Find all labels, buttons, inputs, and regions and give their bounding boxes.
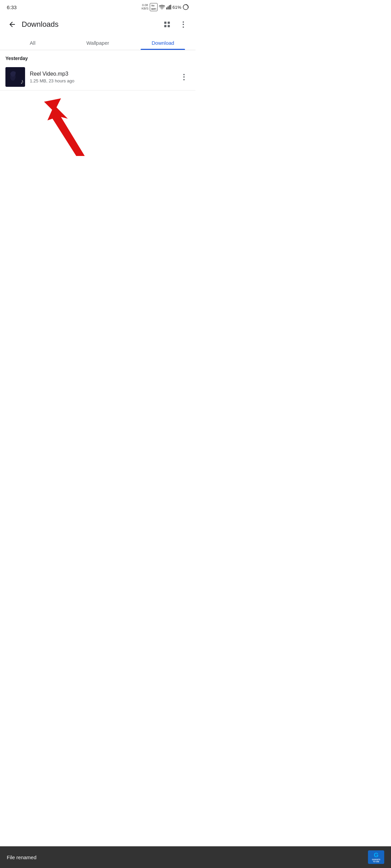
tab-wallpaper[interactable]: Wallpaper bbox=[65, 35, 130, 50]
page-title: Downloads bbox=[22, 20, 160, 29]
file-item[interactable]: ♪ Reel Video.mp3 1.25 MB, 23 hours ago bbox=[0, 64, 196, 91]
grid-icon bbox=[163, 21, 171, 28]
status-time: 6:33 bbox=[7, 4, 17, 10]
more-options-button[interactable] bbox=[177, 18, 190, 31]
file-name: Reel Video.mp3 bbox=[30, 71, 178, 77]
back-icon bbox=[8, 20, 16, 28]
grid-view-button[interactable] bbox=[160, 18, 174, 31]
svg-rect-6 bbox=[164, 22, 166, 24]
svg-point-0 bbox=[162, 8, 162, 9]
vertical-dots-icon bbox=[183, 21, 184, 28]
file-info: Reel Video.mp3 1.25 MB, 23 hours ago bbox=[30, 71, 178, 83]
svg-marker-13 bbox=[47, 105, 85, 156]
svg-rect-1 bbox=[166, 7, 167, 9]
file-thumb-bg: ♪ bbox=[5, 67, 25, 87]
annotation-arrow bbox=[44, 98, 112, 159]
svg-rect-4 bbox=[170, 5, 171, 9]
file-dots-icon bbox=[183, 74, 185, 80]
music-note-icon: ♪ bbox=[20, 78, 24, 85]
signal-icon bbox=[166, 5, 171, 9]
tab-download[interactable]: Download bbox=[130, 35, 196, 50]
svg-rect-8 bbox=[164, 25, 166, 27]
wifi-icon bbox=[159, 5, 165, 9]
svg-rect-7 bbox=[168, 22, 170, 24]
tab-bar: All Wallpaper Download bbox=[0, 35, 196, 50]
app-bar-actions bbox=[160, 18, 190, 31]
file-thumbnail: ♪ bbox=[5, 67, 25, 87]
svg-rect-2 bbox=[168, 6, 168, 9]
app-bar: Downloads bbox=[0, 14, 196, 35]
status-bar: 6:33 0.08 KB/S Vo WiFi 61% bbox=[0, 0, 196, 14]
file-more-button[interactable] bbox=[178, 71, 190, 83]
status-speed: 0.08 KB/S bbox=[142, 4, 149, 11]
battery-percent: 61% bbox=[172, 5, 181, 10]
file-meta: 1.25 MB, 23 hours ago bbox=[30, 78, 178, 83]
red-arrow-svg bbox=[44, 98, 112, 159]
svg-rect-3 bbox=[169, 5, 170, 9]
back-button[interactable] bbox=[5, 18, 19, 31]
status-icons: 0.08 KB/S Vo WiFi 61% bbox=[142, 3, 189, 11]
vowifi-badge: Vo WiFi bbox=[150, 3, 158, 11]
svg-rect-9 bbox=[168, 25, 170, 27]
battery-icon bbox=[183, 4, 189, 10]
section-header-yesterday: Yesterday bbox=[0, 50, 196, 64]
tab-all[interactable]: All bbox=[0, 35, 65, 50]
svg-marker-14 bbox=[44, 98, 61, 112]
